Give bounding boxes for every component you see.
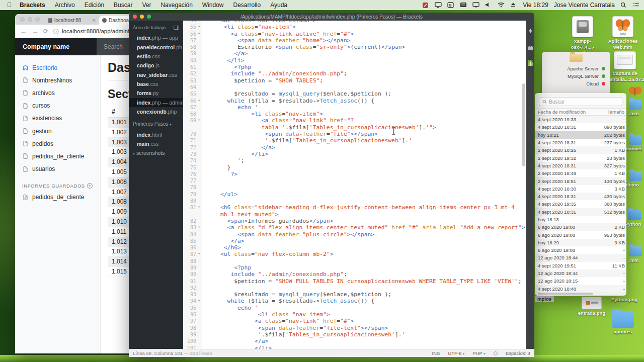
code-line[interactable]: 79 </ul> — [183, 191, 526, 198]
finder-file-row[interactable]: 2 sept 2020 18:481 KB — [535, 169, 626, 177]
code-text[interactable]: include "../admin/conexiondb.php"; — [202, 70, 347, 77]
code-line[interactable]: 58 Escritorio <span class="sr-only">(cur… — [183, 44, 526, 50]
sidebar-item-usuarios[interactable]: usuarios — [15, 163, 100, 175]
code-line[interactable]: 59 </a> — [183, 50, 526, 57]
volume-icon[interactable] — [485, 2, 492, 8]
fold-arrow[interactable] — [196, 37, 202, 44]
code-line[interactable]: 87▾ <ul class="nav flex-column mb-2"> — [183, 251, 526, 257]
code-editor[interactable]: 54 <ul class="nav flex-column">55▾ <li c… — [183, 21, 526, 349]
fold-arrow[interactable] — [196, 50, 202, 57]
minimize-window-button[interactable] — [28, 17, 32, 22]
boot-menu-icon[interactable]: B — [447, 2, 454, 8]
code-text[interactable]: <ul class="nav flex-column mb-2"> — [202, 251, 334, 257]
desktop-label-ejemplos-partial[interactable]: mplos — [535, 296, 554, 302]
code-line[interactable]: 86 </h6> — [183, 244, 526, 251]
code-line[interactable]: 64 — [183, 84, 526, 90]
fold-arrow[interactable] — [196, 184, 202, 191]
browser-tab-localhost[interactable]: localhost:88 ✕ — [45, 16, 99, 25]
code-text[interactable]: </a> — [202, 144, 275, 151]
finder-file-row[interactable]: 4 sept 2020 18:31237 bytes — [535, 139, 626, 146]
finder-column-tamano[interactable]: Tamaño — [601, 109, 626, 115]
code-text[interactable]: <a class="nav-link" href="? — [202, 117, 354, 124]
line-number[interactable]: 73 — [183, 151, 196, 157]
code-line[interactable]: 82 <span>Informes guardados</span> — [183, 218, 526, 224]
code-line[interactable]: 80 — [183, 198, 526, 204]
fold-arrow[interactable] — [196, 44, 202, 50]
code-line[interactable]: 96 <li class="nav-item"> — [183, 311, 526, 318]
code-line[interactable]: 68 <li class="nav-item"> — [183, 111, 526, 117]
fold-arrow[interactable] — [196, 258, 202, 264]
line-number[interactable]: 89 — [183, 264, 196, 271]
code-text[interactable]: include "../admin/conexiondb.php"; — [202, 271, 347, 278]
fold-arrow[interactable] — [196, 238, 202, 244]
reload-button[interactable]: ⟳ — [43, 28, 48, 35]
line-number[interactable] — [183, 211, 196, 218]
plus-circle-icon[interactable] — [87, 183, 93, 189]
code-text[interactable] — [202, 258, 203, 264]
line-number[interactable]: 64 — [183, 84, 196, 90]
code-line[interactable]: 93 $resultado = mysqli_query($enlace,$pe… — [183, 291, 526, 298]
code-text[interactable] — [202, 177, 203, 184]
menu-item-brackets[interactable]: Brackets — [20, 2, 45, 9]
code-line[interactable]: 98 <span data-feather="file-text"></span… — [183, 325, 526, 331]
code-line[interactable]: 61 <?php — [183, 64, 526, 70]
code-text[interactable]: mb-1 text-muted"> — [202, 211, 279, 218]
line-number[interactable]: 88 — [183, 258, 196, 264]
insert-mode-indicator[interactable]: INS — [432, 350, 440, 356]
menu-item-buscar[interactable]: Buscar — [114, 2, 132, 9]
code-text[interactable]: echo ' — [202, 104, 258, 111]
finder-file-row[interactable]: hoy 18:21202 bytes — [535, 131, 626, 139]
language-selector[interactable]: PHP ▾ — [472, 350, 486, 356]
code-text[interactable]: '.$fila['Tables_in_cursoaplicacionesweb'… — [202, 137, 412, 144]
apple-menu-icon[interactable]:  — [7, 2, 12, 9]
sidebar-item-pedidos_de_cliente[interactable]: pedidos_de_cliente — [15, 150, 100, 162]
code-line[interactable]: 72 </a> — [183, 144, 526, 151]
fold-arrow[interactable] — [196, 244, 202, 251]
line-number[interactable]: 75 — [183, 164, 196, 171]
desktop-icon-folder-mm-1[interactable]: .mm — [629, 100, 642, 117]
desktop-icon-folder-mm-2[interactable]: .mm — [629, 246, 642, 263]
code-line[interactable]: 94▾ while ($fila = $resultado->fetch_ass… — [183, 298, 526, 304]
code-line[interactable]: 55▾ <li class="nav-item"> — [183, 24, 526, 30]
fold-arrow[interactable] — [196, 151, 202, 157]
code-line[interactable]: 60 </li> — [183, 57, 526, 64]
code-text[interactable]: tabla='.$fila['Tables_in_cursoaplicacion… — [202, 124, 436, 131]
line-number[interactable]: 79 — [183, 191, 196, 198]
finder-file-row[interactable]: 4 sept 2020 18:31890 bytes — [535, 123, 626, 131]
finder-file-row[interactable]: 6 ago 2020 19:08- — [535, 246, 626, 254]
code-text[interactable]: Escritorio <span class="sr-only">(curren… — [202, 44, 405, 50]
sidebar-item-escritorio[interactable]: Escritorio — [15, 61, 100, 74]
menu-item-ver[interactable]: Ver — [142, 2, 151, 9]
line-number[interactable]: 66 — [183, 98, 196, 104]
eject-icon[interactable] — [510, 2, 517, 8]
sidebar-item-pedidos[interactable]: pedidos — [15, 137, 100, 150]
project-dropdown[interactable]: Primeros Pasos ▾ — [129, 116, 183, 130]
line-number[interactable]: 93 — [183, 291, 196, 298]
code-text[interactable] — [202, 198, 203, 204]
finder-column-fecha[interactable]: Fecha de modificación — [535, 109, 601, 115]
fold-arrow[interactable] — [196, 111, 202, 117]
code-text[interactable]: while ($fila = $resultado->fetch_assoc()… — [202, 298, 374, 304]
code-line[interactable]: 90 include "../admin/conexiondb.php"; — [183, 271, 526, 278]
code-text[interactable]: </a> — [202, 338, 268, 344]
finder-file-row[interactable]: 4 sept 2020 19:5111 KB — [535, 262, 626, 269]
fold-arrow[interactable] — [196, 90, 202, 97]
code-text[interactable]: <span data-feather="home"></span> — [202, 37, 351, 44]
finder-file-row[interactable]: 12 ago 2020 18:44- — [535, 269, 626, 277]
finder-file-row[interactable]: 4 sept 2020 19:35380 bytes — [535, 200, 626, 208]
code-line[interactable]: 62 include "../admin/conexiondb.php"; — [183, 70, 526, 77]
sidebar-item-gestion[interactable]: gestion — [15, 125, 100, 137]
line-number[interactable]: 59 — [183, 50, 196, 57]
fold-arrow[interactable] — [196, 191, 202, 198]
line-number[interactable]: 60 — [183, 57, 196, 64]
line-number[interactable]: 80 — [183, 198, 196, 204]
brand-link[interactable]: Company name — [15, 38, 97, 55]
code-line[interactable]: 70 <span data-feather="file"></span> — [183, 131, 526, 137]
code-line[interactable]: 74 '; — [183, 157, 526, 164]
code-text[interactable]: <a class="d-flex align-items-center text… — [202, 224, 525, 231]
browser-window-controls[interactable] — [20, 17, 40, 22]
code-text[interactable]: $peticion = "SHOW FULL TABLES IN cursoap… — [202, 278, 522, 285]
line-number[interactable]: 86 — [183, 244, 196, 251]
code-text[interactable] — [202, 84, 203, 90]
fold-arrow[interactable] — [196, 311, 202, 318]
